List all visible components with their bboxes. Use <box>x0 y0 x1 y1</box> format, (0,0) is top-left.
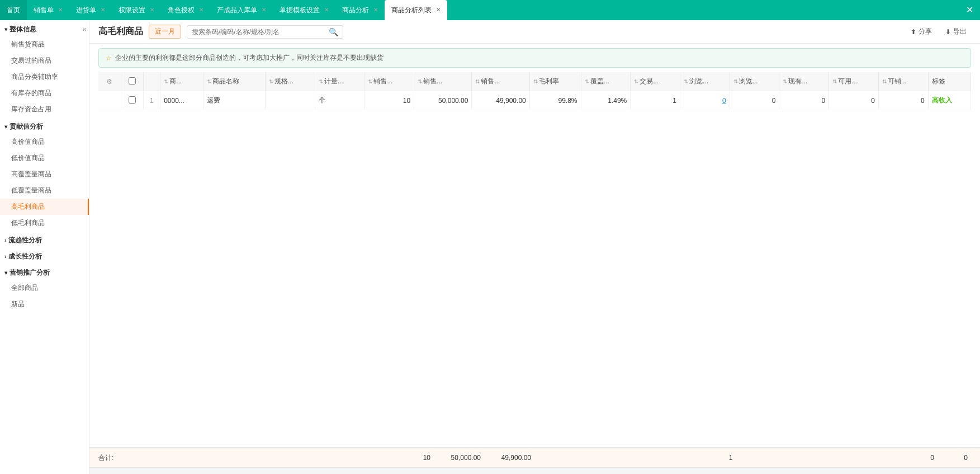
close-sales-tab[interactable]: ✕ <box>58 0 63 20</box>
footer-trade-count: 1 <box>703 454 736 462</box>
cell-settings <box>98 91 121 110</box>
sidebar-collapse-button[interactable]: « <box>82 25 87 34</box>
sidebar-item-inventory-ratio[interactable]: 库存资金占用 <box>0 101 89 118</box>
col-saleable: ⇅可销... <box>878 72 928 91</box>
col-index <box>143 72 160 91</box>
col-checkbox <box>121 72 143 91</box>
bottom-scrollbar[interactable] <box>89 467 980 474</box>
tab-roles[interactable]: 角色授权 ✕ <box>161 0 210 20</box>
close-analysis-list-tab[interactable]: ✕ <box>436 0 441 20</box>
content-header: 高毛利商品 近一月 🔍 ⬆ 分享 ⬇ 导出 <box>89 20 980 44</box>
close-roles-tab[interactable]: ✕ <box>199 0 203 20</box>
sidebar-item-low-coverage[interactable]: 低覆盖量商品 <box>0 182 89 199</box>
sidebar-item-all-goods[interactable]: 全部商品 <box>0 280 89 296</box>
main-layout: « ▾ 整体信息 销售货商品 交易过的商品 商品分类辅助率 有库存的商品 库存资… <box>0 20 980 474</box>
arrow-marketing: ▾ <box>4 270 7 276</box>
cell-checkbox[interactable] <box>121 91 143 110</box>
tab-purchase[interactable]: 进货单 ✕ <box>69 0 112 20</box>
cell-coverage: 1.49% <box>581 91 631 110</box>
cell-current-stock: 0 <box>779 91 829 110</box>
col-settings[interactable]: ⚙ <box>98 72 121 91</box>
cell-sales-qty: 10 <box>364 91 414 110</box>
search-input[interactable] <box>192 28 329 36</box>
col-browse1: ⇅浏览... <box>680 72 730 91</box>
sidebar-item-new-goods[interactable]: 新品 <box>0 296 89 312</box>
col-code: ⇅商... <box>160 72 203 91</box>
col-spec: ⇅规格... <box>265 72 315 91</box>
cell-sales-profit: 49,900.00 <box>472 91 529 110</box>
sidebar-item-analysis-assist[interactable]: 商品分类辅助率 <box>0 69 89 85</box>
content-area: 高毛利商品 近一月 🔍 ⬆ 分享 ⬇ 导出 ☆ 企业的主要的利润都是这部分商品创… <box>89 20 980 474</box>
export-icon: ⬇ <box>945 28 951 36</box>
tab-products[interactable]: 产成品入库单 ✕ <box>210 0 273 20</box>
col-available: ⇅可用... <box>829 72 879 91</box>
sidebar-item-low-margin[interactable]: 低毛利商品 <box>0 215 89 231</box>
share-button[interactable]: ⬆ 分享 <box>906 25 936 38</box>
tab-template[interactable]: 单据模板设置 ✕ <box>273 0 335 20</box>
sidebar: « ▾ 整体信息 销售货商品 交易过的商品 商品分类辅助率 有库存的商品 库存资… <box>0 20 89 474</box>
tab-analysis[interactable]: 商品分析 ✕ <box>335 0 385 20</box>
cell-index: 1 <box>143 91 160 110</box>
sidebar-item-low-value[interactable]: 低价值商品 <box>0 150 89 166</box>
table-footer: 合计: 10 50,000.00 49,900.00 1 0 0 <box>89 447 980 467</box>
sidebar-group-marketing[interactable]: ▾ 营销推广分析 <box>0 264 89 280</box>
cell-sales-amount: 50,000.00 <box>414 91 472 110</box>
info-icon: ☆ <box>106 54 112 62</box>
export-button[interactable]: ⬇ 导出 <box>941 25 971 38</box>
cell-trade-count: 1 <box>631 91 680 110</box>
sidebar-item-sales-goods[interactable]: 销售货商品 <box>0 36 89 53</box>
col-sales-profit: ⇅销售... <box>472 72 529 91</box>
close-products-tab[interactable]: ✕ <box>262 0 266 20</box>
top-nav: 首页 销售单 ✕ 进货单 ✕ 权限设置 ✕ 角色授权 ✕ 产成品入库单 ✕ 单据… <box>0 0 980 20</box>
sidebar-item-in-stock[interactable]: 有库存的商品 <box>0 85 89 101</box>
footer-sales-profit: 49,900.00 <box>484 454 534 462</box>
tab-analysis-list[interactable]: 商品分析列表 ✕ <box>385 0 447 20</box>
footer-sales-qty: 10 <box>400 454 434 462</box>
sidebar-group-profit[interactable]: ▾ 贡献值分析 <box>0 118 89 134</box>
window-close-button[interactable]: ✕ <box>959 0 980 20</box>
search-box[interactable]: 🔍 <box>187 25 343 39</box>
filter-recent-month-button[interactable]: 近一月 <box>149 25 181 39</box>
col-current-stock: ⇅现有... <box>779 72 829 91</box>
close-template-tab[interactable]: ✕ <box>324 0 329 20</box>
settings-icon[interactable]: ⚙ <box>106 78 112 86</box>
row-checkbox[interactable] <box>129 96 136 104</box>
close-permissions-tab[interactable]: ✕ <box>150 0 154 20</box>
col-trade-count: ⇅交易... <box>631 72 680 91</box>
tab-permissions[interactable]: 权限设置 ✕ <box>112 0 161 20</box>
cell-unit: 个 <box>315 91 364 110</box>
search-icon: 🔍 <box>329 27 338 36</box>
cell-browse2: 0 <box>730 91 779 110</box>
tab-sales[interactable]: 销售单 ✕ <box>27 0 69 20</box>
arrow-overall: ▾ <box>4 26 7 32</box>
table-header-row: ⚙ ⇅商... ⇅商品名称 ⇅规格... ⇅计量... ⇅销售... ⇅销售..… <box>98 72 971 91</box>
footer-label: 合计: <box>98 453 132 463</box>
footer-current-stock: 0 <box>904 454 938 462</box>
select-all-checkbox[interactable] <box>129 77 136 85</box>
arrow-profit: ▾ <box>4 124 7 130</box>
col-unit: ⇅计量... <box>315 72 364 91</box>
close-purchase-tab[interactable]: ✕ <box>101 0 105 20</box>
arrow-growth: › <box>4 254 6 260</box>
sidebar-item-high-margin[interactable]: 高毛利商品 <box>0 199 89 215</box>
sidebar-item-high-coverage[interactable]: 高覆盖量商品 <box>0 166 89 182</box>
cell-browse1[interactable]: 0 <box>680 91 730 110</box>
sidebar-item-high-value[interactable]: 高价值商品 <box>0 134 89 150</box>
sidebar-group-overall[interactable]: ▾ 整体信息 <box>0 20 89 36</box>
col-margin-rate: ⇅毛利率 <box>529 72 581 91</box>
cell-code: 0000... <box>160 91 203 110</box>
tab-home[interactable]: 首页 <box>0 0 27 20</box>
table-container[interactable]: ⚙ ⇅商... ⇅商品名称 ⇅规格... ⇅计量... ⇅销售... ⇅销售..… <box>89 72 980 447</box>
sidebar-group-trend[interactable]: › 流趋性分析 <box>0 231 89 247</box>
footer-sales-amount: 50,000.00 <box>434 454 484 462</box>
sidebar-group-growth[interactable]: › 成长性分析 <box>0 247 89 264</box>
cell-tag: 高收入 <box>928 91 970 110</box>
col-name: ⇅商品名称 <box>203 72 265 91</box>
page-title: 高毛利商品 <box>98 26 143 37</box>
sidebar-item-traded-goods[interactable]: 交易过的商品 <box>0 53 89 69</box>
arrow-trend: › <box>4 237 6 243</box>
close-analysis-tab[interactable]: ✕ <box>373 0 378 20</box>
info-banner: ☆ 企业的主要的利润都是这部分商品创造的，可考虑加大推广，同时关注库存是不要出现… <box>98 48 971 68</box>
col-browse2: ⇅浏览... <box>730 72 779 91</box>
cell-name: 运费 <box>203 91 265 110</box>
